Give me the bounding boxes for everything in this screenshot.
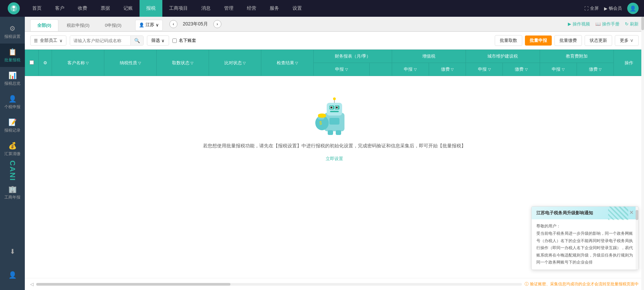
nav-operation[interactable]: 经营 [240,0,263,17]
warning-icon: ⓘ [525,281,529,287]
batch-declare-button[interactable]: 批量申报 [525,35,552,46]
refresh-link[interactable]: ↻ 刷新 [625,21,639,27]
manual-label: 操作手册 [602,21,620,27]
prev-period-button[interactable]: ‹ [169,20,177,28]
notif-scrollbar[interactable] [636,207,638,270]
fullscreen-icon: ⛶ [584,6,589,11]
select-all-checkbox[interactable] [30,60,34,65]
horizontal-scrollbar[interactable] [36,283,522,286]
left-arrow-icon[interactable]: ◁ [30,282,34,287]
filter-icon-4[interactable]: ▽ [243,61,246,65]
nav-home[interactable]: 首页 [25,0,48,17]
sidebar-label-annual-report: 工商年报 [4,195,20,200]
filter-icon-12[interactable]: ▽ [599,67,601,71]
nav-business[interactable]: 工商项目 [162,0,195,17]
nav-invoice[interactable]: 票据 [94,0,117,17]
video-link[interactable]: ▶ 操作视频 [568,21,590,27]
svg-rect-18 [328,130,333,135]
checkbox-text: 名下账套 [179,38,196,44]
notification-header: 江苏电子税务局升级影响通知 ✕ [532,207,638,219]
filter-icon-2[interactable]: ▽ [138,61,141,65]
sidebar-item-batch-tax[interactable]: 📋 批量报税 [0,44,25,67]
th-vat: 增值税 [392,50,466,63]
sidebar-label-tax-settings: 报税设置 [4,34,20,40]
sidebar-label-batch-tax: 批量报税 [4,57,20,63]
nav-message[interactable]: 消息 [195,0,217,17]
chevron-down-icon: ∨ [59,38,63,43]
member-button[interactable]: ▶ 畅会员 [604,5,622,11]
data-table: ⚙ 客户名称 ▽ 纳税性质 ▽ 取数状态 ▽ [25,50,644,182]
member-label: 畅会员 [609,5,622,11]
search-button[interactable]: 🔍 [130,36,143,45]
video-label: 操作视频 [573,21,590,27]
sidebar-item-tax-overview[interactable]: 📊 报税总览 [0,67,25,90]
fullscreen-button[interactable]: ⛶ 全屏 [584,5,599,11]
sidebar-profile[interactable]: 👤 [0,263,25,287]
sidebar-item-annual-report[interactable]: 🏢 工商年报 [0,181,25,204]
tax-settings-icon: ⚙ [8,24,16,32]
filter-icon-5[interactable]: ▽ [295,61,298,65]
province-select[interactable]: 👤 江苏 ∨ [135,20,163,31]
tab-zero-declare[interactable]: 0申报(0) [98,19,128,31]
tab-all[interactable]: 全部(0) [30,19,58,31]
svg-rect-9 [330,111,339,112]
nav-service[interactable]: 服务 [263,0,286,17]
batch-pay-button[interactable]: 批量缴费 [554,35,582,46]
logo[interactable] [5,0,22,17]
sidebar-download[interactable]: ⬇ [0,240,25,263]
cani-area: CANI [8,161,17,181]
nav-customer[interactable]: 客户 [48,0,71,17]
filter-icon-8[interactable]: ▽ [451,67,453,71]
sidebar-item-personal-tax[interactable]: 👤 个税申报 [0,90,25,114]
filter-icon-6[interactable]: ▽ [345,67,348,71]
next-period-button[interactable]: › [213,20,221,28]
filter-icon-3[interactable]: ▽ [191,61,193,65]
notification-close-button[interactable]: ✕ [629,210,634,215]
notification-panel: 江苏电子税务局升级影响通知 ✕ 尊敬的用户： 受当前电子税务局进一步升级的影响，… [531,206,639,270]
nav-fee[interactable]: 收费 [71,0,94,17]
nav-settings[interactable]: 设置 [286,0,309,17]
employee-select[interactable]: ☰ 全部员工 ∨ [30,35,66,46]
batch-fetch-button[interactable]: 批量取数 [495,35,522,46]
svg-rect-2 [327,103,342,116]
filter-icon-7[interactable]: ▽ [414,67,417,71]
account-checkbox[interactable] [172,39,177,43]
status-update-button[interactable]: 状态更新 [585,35,612,46]
sidebar-label-reconcile: 汇算清缴 [4,151,20,157]
filter-icon-9[interactable]: ▽ [488,67,491,71]
video-icon: ▶ [568,21,571,26]
avatar[interactable]: 👤 [627,3,639,14]
th-gear: ⚙ [39,50,52,76]
checkbox-label[interactable]: 名下账套 [172,38,196,44]
refresh-label: 刷新 [630,21,639,27]
svg-text:$: $ [319,120,322,126]
tax-overview-icon: 📊 [8,71,16,79]
chevron-down-icon: ∨ [156,22,159,27]
sidebar-item-tax-settings[interactable]: ⚙ 报税设置 [0,20,25,44]
filter-button[interactable]: 筛选 ∨ [147,35,169,46]
download-icon: ⬇ [8,247,16,256]
profile-icon: 👤 [8,271,16,279]
th-vat-pay: 缴费 ▽ [429,63,466,76]
empty-message: 若您想使用批量报税功能，请先在【报税设置】中进行报税的初始化设置，完成密码验证和… [203,143,466,149]
th-checkbox [25,50,39,76]
setup-link[interactable]: 立即设置 [326,156,343,162]
tab-tax-declare[interactable]: 税款申报(0) [60,19,97,31]
nav-tax[interactable]: 报税 [140,0,162,17]
search-input[interactable] [70,36,130,45]
bottom-bar: ◁ ⓘ 验证账密、采集信息均成功的企业才会流转至批量报税页面中 [25,278,644,290]
more-button[interactable]: 更多 ∨ [615,35,639,46]
manual-link[interactable]: 📖 操作手册 [595,21,620,27]
filter-icon-11[interactable]: ▽ [562,67,565,71]
sidebar-label-tax-records: 报税记录 [4,128,20,133]
tab-zero-count: 0 [117,23,120,28]
sidebar-item-reconcile[interactable]: 💰 汇算清缴 [0,137,25,161]
more-label: 更多 [620,38,629,43]
sidebar-item-tax-records[interactable]: 📝 报税记录 [0,114,25,137]
filter-label: 筛选 [151,38,160,44]
filter-icon-10[interactable]: ▽ [525,67,528,71]
right-scrollbar[interactable] [641,17,644,290]
nav-management[interactable]: 管理 [217,0,240,17]
filter-icon[interactable]: ▽ [86,61,89,65]
nav-accounting[interactable]: 记账 [117,0,140,17]
